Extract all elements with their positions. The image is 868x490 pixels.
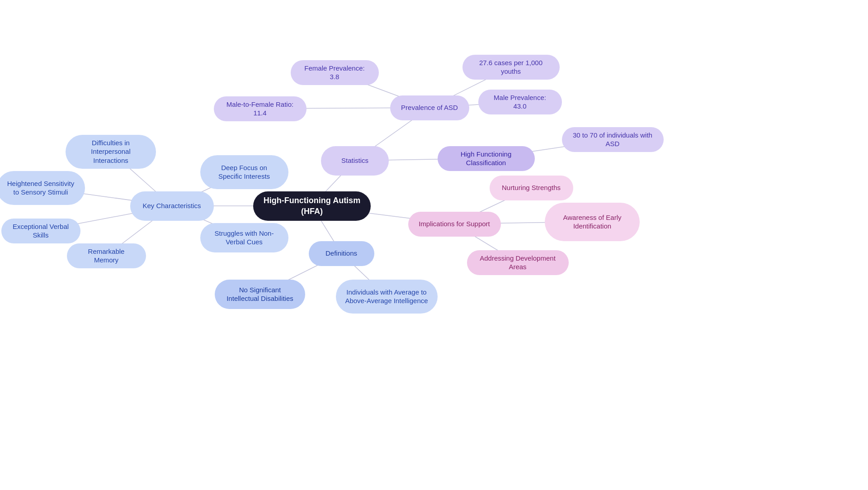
node-female-prevalence[interactable]: Female Prevalence: 3.8 [291, 60, 379, 85]
node-30-70[interactable]: 30 to 70 of individuals with ASD [562, 127, 664, 152]
node-27-6-cases[interactable]: 27.6 cases per 1,000 youths [462, 55, 560, 80]
node-implications[interactable]: Implications for Support [408, 212, 501, 237]
node-awareness[interactable]: Awareness of Early Identification [545, 203, 640, 241]
node-key-characteristics[interactable]: Key Characteristics [130, 191, 214, 221]
node-no-significant[interactable]: No Significant Intellectual Disabilities [215, 280, 305, 309]
node-remarkable[interactable]: Remarkable Memory [67, 243, 146, 268]
node-exceptional[interactable]: Exceptional Verbal Skills [1, 219, 80, 243]
node-heightened[interactable]: Heightened Sensitivity to Sensory Stimul… [0, 171, 85, 205]
center-node: High-Functioning Autism (HFA) [253, 191, 371, 221]
node-difficulties[interactable]: Difficulties in Interpersonal Interactio… [66, 135, 156, 169]
node-definitions[interactable]: Definitions [309, 241, 374, 266]
node-addressing[interactable]: Addressing Development Areas [467, 250, 569, 275]
node-male-to-female[interactable]: Male-to-Female Ratio: 11.4 [214, 96, 307, 121]
node-high-functioning[interactable]: High Functioning Classification [438, 146, 535, 171]
node-struggles[interactable]: Struggles with Non-Verbal Cues [200, 223, 288, 252]
node-deep-focus[interactable]: Deep Focus on Specific Interests [200, 155, 288, 189]
node-nurturing[interactable]: Nurturing Strengths [490, 176, 573, 200]
node-statistics[interactable]: Statistics [321, 146, 389, 176]
node-individuals-average[interactable]: Individuals with Average to Above-Averag… [336, 280, 438, 314]
mind-map-canvas: High-Functioning Autism (HFA)Key Charact… [0, 0, 868, 490]
node-prevalence-asd[interactable]: Prevalence of ASD [390, 95, 469, 120]
node-male-prevalence[interactable]: Male Prevalence: 43.0 [478, 90, 562, 114]
